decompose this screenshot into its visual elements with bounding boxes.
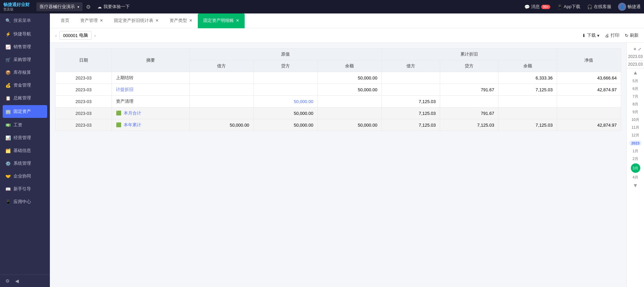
tab-asset-type-label: 资产类型 <box>170 18 187 24</box>
row4-accum-balance <box>498 107 557 119</box>
panel-month-11[interactable]: 11月 <box>627 124 644 131</box>
row5-orig-balance: 50,000.00 <box>317 119 381 131</box>
headset-icon: 🎧 <box>587 4 592 9</box>
sidebar-item-purchase[interactable]: 🛒 采购管理 <box>0 53 50 66</box>
box-icon: 📦 <box>5 70 11 75</box>
row3-net-value <box>557 96 621 107</box>
print-icon: 🖨 <box>605 33 609 38</box>
company-selector[interactable]: 医疗器械行业演示 ▾ <box>36 2 83 11</box>
message-badge: 99+ <box>541 5 550 9</box>
panel-month-10[interactable]: 10月 <box>627 116 644 124</box>
experience-button[interactable]: ☁ 我要体验一下 <box>97 4 130 10</box>
col-orig-balance: 余额 <box>317 60 381 72</box>
money-icon: 💰 <box>5 83 11 88</box>
settings-icon[interactable]: ⚙ <box>86 4 91 10</box>
panel-month-2[interactable]: 2月 <box>627 155 644 163</box>
sidebar-item-apps[interactable]: 📱 应用中心 <box>0 195 50 208</box>
tab-asset-type-close[interactable]: ✕ <box>189 18 192 23</box>
app-logo: 畅捷通好业财 普及版 <box>3 2 30 11</box>
tab-asset-detail-label: 固定资产明细账 <box>203 18 234 24</box>
app-download-button[interactable]: 📱 App下载 <box>557 4 580 10</box>
sidebar-item-guide[interactable]: 📖 新手引导 <box>0 183 50 195</box>
panel-month-7[interactable]: 7月 <box>627 93 644 100</box>
sidebar-item-fixed-assets[interactable]: 🏢 固定资产 <box>3 105 47 118</box>
tab-assets-close[interactable]: ✕ <box>100 18 103 23</box>
prev-asset-button[interactable]: ‹ <box>55 33 57 38</box>
col-accum-debit: 借方 <box>381 60 440 72</box>
logo-sub: 普及版 <box>3 7 30 11</box>
sidebar-collab-label: 企业协同 <box>13 173 31 179</box>
sidebar-item-sales[interactable]: 📈 销售管理 <box>0 40 50 53</box>
panel-month-3[interactable]: 3月 <box>631 163 640 173</box>
sidebar-item-funds[interactable]: 💰 资金管理 <box>0 79 50 92</box>
row1-accum-debit <box>381 72 440 84</box>
sidebar-collapse-icon[interactable]: ◀ <box>15 278 19 284</box>
panel-expand-icon[interactable]: ⤢ <box>638 47 641 52</box>
tab-depreciation-close[interactable]: ✕ <box>155 18 159 23</box>
sidebar-item-inventory[interactable]: 📦 库存核算 <box>0 66 50 79</box>
sidebar-settings-icon[interactable]: ⚙ <box>5 278 10 284</box>
row5-date: 2023-03 <box>56 119 112 131</box>
tab-assets[interactable]: 资产管理 ✕ <box>75 13 109 28</box>
sidebar-item-system[interactable]: ⚙️ 系统管理 <box>0 157 50 170</box>
col-orig-debit: 借方 <box>189 60 253 72</box>
panel-month-12[interactable]: 12月 <box>627 131 644 139</box>
panel-month-9[interactable]: 9月 <box>627 108 644 116</box>
download-button[interactable]: ⬇ 下载 ▾ <box>582 32 600 38</box>
panel-nav-down[interactable]: ▼ <box>633 181 638 190</box>
panel-year-label[interactable]: 2023 <box>629 140 641 146</box>
content-area: 首页 资产管理 ✕ 固定资产折旧统计表 ✕ 资产类型 ✕ 固定资产明细账 ✕ <box>50 13 644 287</box>
tab-asset-detail-close[interactable]: ✕ <box>236 18 239 23</box>
refresh-label: 刷新 <box>630 32 639 38</box>
panel-month-6[interactable]: 6月 <box>627 85 644 93</box>
row2-accum-credit: 791.67 <box>440 84 498 96</box>
sidebar-item-ops[interactable]: 📊 经营管理 <box>0 131 50 144</box>
row4-accum-credit: 791.67 <box>440 107 498 119</box>
panel-month-4[interactable]: 4月 <box>627 173 644 181</box>
sidebar-item-ledger[interactable]: 📋 总账管理 <box>0 92 50 104</box>
tab-assets-label: 资产管理 <box>80 18 98 24</box>
row1-orig-credit <box>253 72 317 84</box>
sidebar-item-salary[interactable]: 💵 工资 <box>0 119 50 131</box>
user-menu[interactable]: 👤 畅捷通 <box>618 3 641 11</box>
tab-asset-detail[interactable]: 固定资产明细账 ✕ <box>198 13 245 28</box>
col-accum-balance: 余额 <box>498 60 557 72</box>
sidebar-item-quicknav[interactable]: ⚡ 快捷导航 <box>0 28 50 40</box>
row4-summary-label: 本月合计 <box>124 110 141 116</box>
download-icon: 📱 <box>557 4 562 9</box>
table-row: 2023-03 上期结转 50,000.00 6,333.36 43,666.6… <box>56 72 621 84</box>
row3-accum-credit <box>440 96 498 107</box>
row5-orig-credit: 50,000.00 <box>253 119 317 131</box>
panel-close-icon[interactable]: ✕ <box>633 47 637 52</box>
panel-nav-up[interactable]: ▲ <box>633 68 638 77</box>
sidebar-item-collab[interactable]: 🤝 企业协同 <box>0 170 50 183</box>
print-button[interactable]: 🖨 打印 <box>605 32 619 38</box>
table-row: 2023-03 资产清理 50,000.00 7,125.03 <box>56 96 621 107</box>
customer-service-label: 在线客服 <box>594 4 611 10</box>
next-asset-button[interactable]: › <box>94 33 96 38</box>
panel-month-1[interactable]: 1月 <box>627 147 644 155</box>
tab-depreciation[interactable]: 固定资产折旧统计表 ✕ <box>109 13 164 28</box>
chart-icon: 📈 <box>5 44 11 50</box>
sidebar-item-search[interactable]: 🔍 搜索菜单 <box>0 13 50 28</box>
panel-month-8[interactable]: 8月 <box>627 100 644 108</box>
sidebar-ops-label: 经营管理 <box>13 135 31 141</box>
message-button[interactable]: 💬 消息 99+ <box>524 4 550 10</box>
row3-orig-credit: 50,000.00 <box>253 96 317 107</box>
cart-icon: 🛒 <box>5 57 11 62</box>
user-label: 畅捷通 <box>627 4 641 10</box>
tab-home[interactable]: 首页 <box>55 13 75 28</box>
table-row: 2023-03 计提折旧 50,000.00 791.67 7,125.03 4… <box>56 84 621 96</box>
row5-accum-debit: 7,125.03 <box>381 119 440 131</box>
download-icon: ⬇ <box>582 33 586 38</box>
row5-summary: 🟩 本年累计 <box>112 119 189 131</box>
guide-icon: 📖 <box>5 187 11 192</box>
row1-net-value: 43,666.64 <box>557 72 621 84</box>
sidebar-item-basic[interactable]: 🗂️ 基础信息 <box>0 144 50 157</box>
customer-service-button[interactable]: 🎧 在线客服 <box>587 4 611 10</box>
refresh-button[interactable]: ↻ 刷新 <box>625 32 639 38</box>
download-chevron-icon: ▾ <box>597 33 600 38</box>
panel-month-5[interactable]: 5月 <box>627 77 644 85</box>
tab-asset-type[interactable]: 资产类型 ✕ <box>164 13 198 28</box>
salary-icon: 💵 <box>5 123 11 128</box>
